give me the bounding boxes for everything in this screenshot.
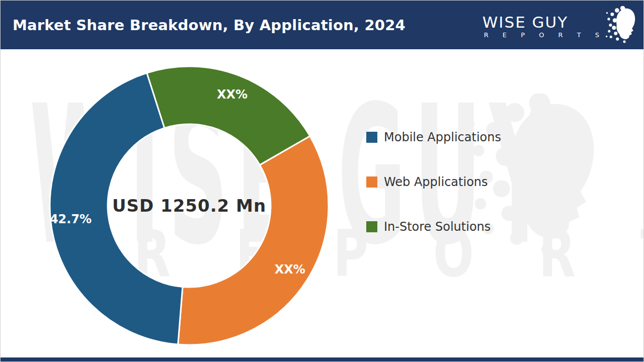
legend-label: In-Store Solutions: [384, 220, 491, 234]
brand-text: WISE GUY R E P O R T S: [482, 14, 605, 39]
brand-face-icon: [605, 6, 637, 44]
legend-item-in-store-solutions: In-Store Solutions: [366, 219, 501, 235]
legend-swatch-web: [366, 176, 377, 188]
legend-label: Mobile Applications: [384, 130, 501, 144]
legend-item-web-applications: Web Applications: [366, 174, 501, 190]
footer-bar: [1, 357, 644, 361]
brand-logo: WISE GUY R E P O R T S: [482, 6, 637, 44]
chart-page: WISE GUY R E P O R T S Market Share Brea…: [0, 0, 644, 362]
donut-center-value: USD 1250.2 Mn: [112, 196, 266, 216]
header-bar: Market Share Breakdown, By Application, …: [1, 1, 644, 49]
chart-title: Market Share Breakdown, By Application, …: [13, 17, 406, 34]
legend-item-mobile-applications: Mobile Applications: [366, 129, 501, 145]
legend-swatch-in-store: [366, 221, 377, 232]
brand-name-label: WISE GUY: [482, 14, 569, 31]
legend-label: Web Applications: [384, 175, 488, 189]
chart-legend: Mobile Applications Web Applications In-…: [366, 129, 501, 235]
legend-swatch-mobile: [366, 132, 377, 143]
brand-reports-label: R E P O R T S: [484, 31, 605, 39]
